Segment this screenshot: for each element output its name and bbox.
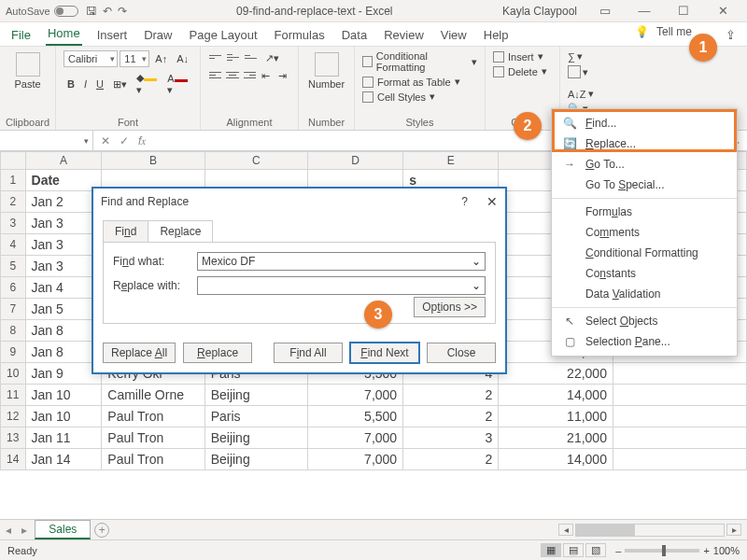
fill-button[interactable]: ▾ (568, 65, 740, 78)
conditional-formatting-button[interactable]: Conditional Formatting▾ (362, 50, 477, 73)
underline-button[interactable]: U (92, 77, 107, 91)
align-bottom-icon[interactable] (244, 50, 261, 63)
tab-draw[interactable]: Draw (142, 24, 174, 46)
minimize-icon[interactable]: — (626, 4, 663, 18)
align-right-icon[interactable] (241, 68, 257, 81)
cell[interactable]: 2 (403, 385, 499, 406)
border-button[interactable]: ⊞▾ (109, 77, 131, 92)
cell[interactable]: Jan 3 (25, 256, 102, 277)
fill-color-button[interactable]: ◆▾ (133, 70, 162, 98)
row-header[interactable]: 1 (1, 170, 26, 191)
tab-view[interactable]: View (439, 24, 469, 46)
sheet-tab-sales[interactable]: Sales (35, 520, 91, 539)
menu-data-validation[interactable]: Data Validation (552, 284, 737, 304)
close-button[interactable]: Close (427, 343, 496, 363)
zoom-out-icon[interactable]: – (615, 545, 621, 556)
col-header[interactable]: C (204, 152, 307, 170)
close-icon[interactable]: ✕ (704, 4, 741, 18)
scroll-left-icon[interactable]: ◂ (558, 524, 573, 536)
cell[interactable]: 2 (403, 449, 499, 470)
share-icon[interactable]: ⇪ (724, 24, 738, 46)
menu-replace[interactable]: 🔄Replace... (552, 133, 737, 154)
page-layout-view-icon[interactable]: ▤ (563, 543, 584, 557)
col-header[interactable]: D (307, 152, 402, 170)
cell[interactable]: Jan 4 (25, 277, 102, 299)
dialog-tab-find[interactable]: Find (103, 220, 148, 242)
menu-formulas[interactable]: Formulas (552, 202, 737, 222)
align-left-icon[interactable] (208, 68, 224, 81)
replace-all-button[interactable]: Replace All (103, 343, 176, 363)
menu-select-objects[interactable]: ↖Select Objects (552, 311, 737, 331)
tab-home[interactable]: Home (46, 22, 82, 46)
row-header[interactable]: 7 (1, 299, 26, 320)
fx-icon[interactable]: f𝑥 (138, 134, 146, 147)
tab-review[interactable]: Review (382, 24, 426, 46)
add-sheet-button[interactable]: + (94, 523, 109, 538)
scroll-right-icon[interactable]: ▸ (726, 524, 741, 536)
cell[interactable]: 2 (403, 406, 499, 427)
cancel-fx-icon[interactable]: ✕ (101, 134, 110, 147)
menu-comments[interactable]: Comments (552, 222, 737, 243)
cell[interactable]: Jan 8 (25, 342, 102, 363)
tab-page-layout[interactable]: Page Layout (188, 24, 260, 46)
find-next-button[interactable]: Find Next (350, 343, 419, 363)
row-header[interactable]: 6 (1, 277, 26, 299)
ribbon-display-icon[interactable]: ▭ (586, 4, 624, 18)
cell[interactable]: Jan 11 (25, 427, 102, 449)
font-color-button[interactable]: A▾ (163, 71, 192, 98)
format-table-button[interactable]: Format as Table▾ (362, 76, 477, 88)
view-buttons[interactable]: ▦ ▤ ▧ (542, 543, 606, 557)
cell[interactable]: Jan 3 (25, 213, 102, 234)
cell[interactable]: Camille Orne (102, 385, 204, 406)
autosave-toggle[interactable] (54, 6, 78, 17)
menu-find[interactable]: 🔍Find... (552, 113, 737, 133)
cell[interactable]: Jan 10 (25, 406, 102, 427)
shrink-font-icon[interactable]: A↓ (173, 51, 192, 66)
redo-icon[interactable]: ↷ (118, 5, 127, 18)
cell-styles-button[interactable]: Cell Styles▾ (362, 91, 477, 103)
hscroll-thumb[interactable] (576, 525, 635, 536)
delete-cells-button[interactable]: Delete▾ (493, 65, 552, 77)
dialog-help-icon[interactable]: ? (461, 195, 468, 208)
cell[interactable]: Jan 2 (25, 191, 102, 213)
bold-button[interactable]: B (63, 77, 78, 91)
cell[interactable]: 7,000 (307, 427, 402, 449)
zoom-level[interactable]: 100% (713, 545, 740, 556)
select-all[interactable] (1, 152, 26, 170)
sheet-nav[interactable]: ◂ ▸ (6, 524, 31, 537)
replace-with-input[interactable] (197, 276, 486, 295)
dialog-tab-replace[interactable]: Replace (148, 220, 213, 242)
col-header[interactable]: B (102, 152, 204, 170)
font-size-combo[interactable]: 11 (120, 50, 149, 67)
tab-file[interactable]: File (9, 24, 33, 46)
align-top-icon[interactable] (208, 50, 225, 63)
row-header[interactable]: 5 (1, 256, 26, 277)
row-header[interactable]: 3 (1, 213, 26, 234)
cell[interactable]: Date (25, 170, 102, 191)
cell[interactable]: Beijing (204, 385, 307, 406)
maximize-icon[interactable]: ☐ (665, 4, 702, 18)
row-header[interactable]: 9 (1, 342, 26, 363)
find-what-input[interactable]: Mexico DF (197, 252, 486, 271)
cell[interactable]: 7,000 (307, 449, 402, 470)
tab-insert[interactable]: Insert (95, 24, 130, 46)
tab-help[interactable]: Help (482, 24, 511, 46)
row-header[interactable]: 12 (1, 406, 26, 427)
zoom-slider[interactable] (625, 549, 699, 553)
save-icon[interactable]: 🖫 (86, 5, 97, 18)
tell-me[interactable]: 💡 Tell me (631, 18, 696, 46)
col-header[interactable]: E (403, 152, 499, 170)
cell[interactable]: Paul Tron (102, 406, 204, 427)
align-middle-icon[interactable] (226, 50, 243, 63)
menu-constants[interactable]: Constants (552, 263, 737, 284)
align-center-icon[interactable] (225, 68, 241, 81)
cell[interactable]: Jan 10 (25, 385, 102, 406)
cell[interactable]: 7,000 (307, 385, 402, 406)
menu-cond-formatting[interactable]: Conditional Formatting (552, 243, 737, 263)
hscroll-track[interactable] (575, 524, 725, 537)
row-header[interactable]: 11 (1, 385, 26, 406)
row-header[interactable]: 13 (1, 427, 26, 449)
name-box[interactable] (0, 131, 93, 150)
cell[interactable]: 14,000 (499, 449, 613, 470)
sort-filter-button[interactable]: A↓Z▾ (568, 88, 740, 100)
